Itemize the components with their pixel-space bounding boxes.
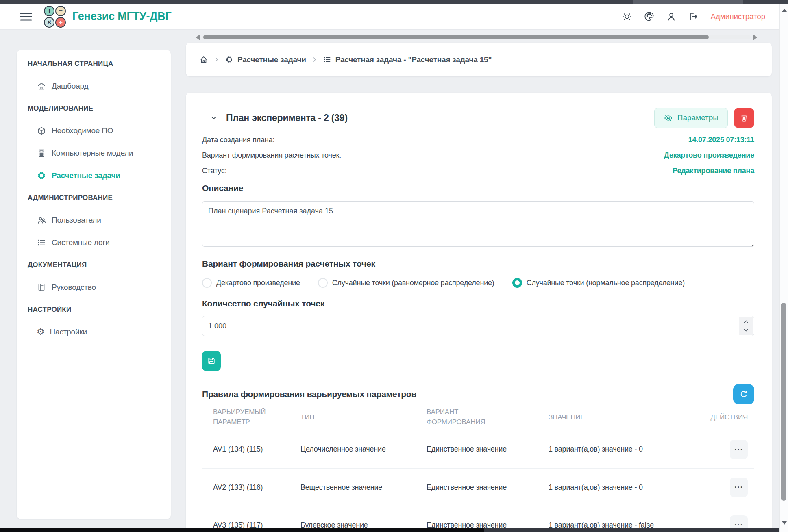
chevron-right-icon [213, 56, 220, 63]
description-heading: Описание [202, 182, 754, 194]
scroll-right-arrow-icon[interactable] [753, 35, 757, 40]
sidebar-item-dashboard[interactable]: Дашбоард [17, 75, 171, 97]
number-spinner[interactable] [739, 317, 753, 335]
radio-random-uniform[interactable]: Случайные точки (равномерное распределен… [318, 278, 494, 288]
sidebar-item-users[interactable]: Пользователи [17, 209, 171, 231]
cube-icon [37, 126, 46, 136]
breadcrumb-label: Расчетные задачи [237, 55, 306, 64]
cell-value: 1 вариант(а,ов) значение - 0 [549, 445, 699, 454]
palette-icon[interactable] [644, 11, 655, 22]
experiment-plan-panel: План эксперимента - 2 (39) Параметры Дат… [186, 93, 772, 532]
sidebar-section-administration: АДМИНИСТРИРОВАНИЕ [17, 187, 171, 209]
plan-header: План эксперимента - 2 (39) Параметры [202, 108, 754, 128]
cell-param: AV1 (134) (115) [213, 445, 300, 454]
table-row: AV1 (134) (115) Целочисленное значение Е… [202, 430, 754, 468]
vertical-scrollbar [779, 4, 788, 532]
rules-heading: Правила формирования варьируемых парамет… [202, 389, 416, 400]
refresh-button[interactable] [733, 384, 754, 404]
breadcrumb-home-icon[interactable] [199, 55, 208, 64]
app-header: + − × ÷ Генезис МГТУ-ДВГ Администратор [0, 4, 788, 29]
users-icon [37, 215, 46, 225]
plan-fields: Дата создания плана: 14.07.2025 07:13:11… [202, 132, 754, 178]
horizontal-scrollbar-thumb[interactable] [203, 35, 709, 39]
sidebar-item-system-logs[interactable]: Системные логи [17, 231, 171, 254]
user-role-label[interactable]: Администратор [711, 12, 765, 21]
logout-icon[interactable] [688, 11, 699, 22]
points-variant-heading: Вариант формирования расчетных точек [202, 258, 754, 269]
column-header-value: ЗНАЧЕНИЕ [549, 413, 699, 423]
home-icon [37, 81, 46, 91]
logo-divide-icon: ÷ [55, 17, 66, 28]
field-row-status: Статус: Редактирование плана [202, 163, 754, 178]
ellipsis-icon: ··· [734, 483, 743, 492]
cell-param: AV2 (133) (116) [213, 483, 300, 492]
radio-checked-icon [512, 278, 522, 288]
sidebar-item-software[interactable]: Необходимое ПО [17, 119, 171, 142]
status-label: Статус: [202, 167, 227, 175]
chip-icon [225, 55, 233, 64]
variant-label: Вариант формирования расчетных точек: [202, 151, 341, 160]
radio-random-normal[interactable]: Случайные точки (нормальное распределени… [512, 278, 685, 288]
cell-variant: Единственное значение [427, 445, 549, 454]
horizontal-scrollbar-track[interactable] [202, 35, 751, 39]
row-actions-button[interactable]: ··· [730, 440, 748, 459]
cell-variant: Единственное значение [427, 483, 549, 492]
eye-off-icon [664, 113, 673, 123]
browser-bottom-strip [0, 528, 779, 532]
breadcrumb: Расчетные задачи Расчетная задача - "Рас… [186, 43, 772, 76]
breadcrumb-item-current-task[interactable]: Расчетная задача - "Расчетная задача 15" [323, 55, 492, 64]
sidebar-item-calculation-tasks[interactable]: Расчетные задачи [17, 164, 171, 187]
sidebar-item-label: Руководство [52, 283, 96, 292]
sidebar-item-label: Системные логи [52, 238, 110, 247]
points-count-field [202, 316, 754, 336]
page-title: План эксперимента - 2 (39) [226, 113, 348, 124]
save-button[interactable] [202, 351, 221, 371]
scroll-up-arrow-icon[interactable] [782, 9, 787, 12]
rules-table-header: ВАРЬИРУЕМЫЙ ПАРАМЕТР ТИП ВАРИАНТ ФОРМИРО… [202, 404, 754, 430]
description-textarea[interactable]: План сценария Расчетная задача 15 [202, 201, 754, 247]
cell-value: 1 вариант(а,ов) значение - 0 [549, 483, 699, 492]
app-logo: + − × ÷ [44, 6, 66, 28]
browser-top-strip-segment [633, 0, 743, 4]
logo-times-icon: × [44, 17, 54, 28]
points-variant-radio-group: Декартово произведение Случайные точки (… [202, 277, 754, 289]
column-header-param: ВАРЬИРУЕМЫЙ ПАРАМЕТР [213, 407, 274, 427]
chevron-down-icon[interactable] [210, 115, 217, 122]
theme-sun-icon[interactable] [622, 11, 632, 22]
status-badge: Редактирование плана [673, 167, 754, 175]
radio-cartesian-product[interactable]: Декартово произведение [202, 278, 300, 288]
menu-icon[interactable] [20, 12, 33, 22]
chip-icon [37, 171, 46, 180]
browser-top-strip [0, 0, 788, 4]
delete-plan-button[interactable] [734, 108, 754, 128]
chevron-up-icon [743, 320, 749, 324]
cell-type: Целочисленное значение [300, 445, 427, 454]
sidebar-item-label: Пользователи [52, 216, 101, 225]
sidebar-item-label: Необходимое ПО [52, 126, 113, 135]
radio-circle-icon [318, 278, 328, 288]
sidebar-item-manual[interactable]: Руководство [17, 276, 171, 298]
sidebar-item-label: Настройки [50, 328, 87, 337]
breadcrumb-item-tasks[interactable]: Расчетные задачи [225, 55, 306, 64]
chevron-right-icon [311, 56, 318, 63]
scroll-left-arrow-icon[interactable] [196, 35, 200, 40]
save-icon [207, 356, 216, 365]
sidebar-item-label: Компьютерные модели [52, 149, 133, 158]
field-row-variant: Вариант формирования расчетных точек: Де… [202, 148, 754, 163]
vertical-scrollbar-thumb[interactable] [781, 303, 786, 501]
points-count-heading: Количество случайных точек [202, 298, 754, 309]
horizontal-scrollbar [196, 34, 757, 40]
created-label: Дата создания плана: [202, 136, 274, 144]
row-actions-button[interactable]: ··· [730, 478, 748, 497]
sidebar-section-settings: НАСТРОЙКИ [17, 298, 171, 321]
column-header-type: ТИП [300, 413, 427, 423]
scroll-down-arrow-icon[interactable] [782, 521, 787, 525]
points-count-input[interactable] [202, 316, 754, 336]
sidebar-item-settings[interactable]: ⚙ Настройки [17, 321, 171, 343]
parameters-button[interactable]: Параметры [654, 108, 728, 128]
sidebar-item-computer-models[interactable]: Компьютерные модели [17, 142, 171, 164]
gear-icon: ⚙ [37, 328, 45, 337]
sidebar-section-modeling: МОДЕЛИРОВАНИЕ [17, 97, 171, 119]
parameters-button-label: Параметры [677, 113, 718, 122]
user-icon[interactable] [666, 11, 677, 22]
